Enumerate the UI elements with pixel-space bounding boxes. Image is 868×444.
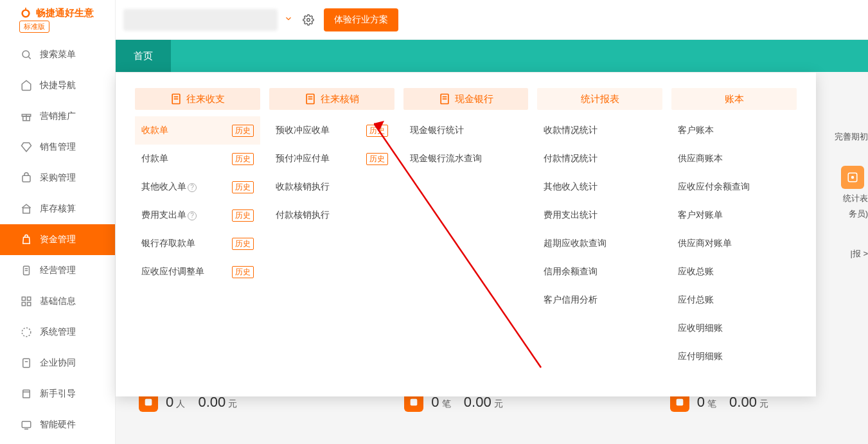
stat-unit: 人 <box>176 398 185 410</box>
sidebar-item[interactable]: 营销推广 <box>0 101 115 132</box>
mega-column: 账本客户账本供应商账本应收应付余额查询客户对账单供应商对账单应收总账应付总账应收… <box>671 88 797 371</box>
mega-menu-item[interactable]: 收款单历史 <box>135 116 260 145</box>
sidebar-item[interactable]: 智能硬件 <box>0 409 115 440</box>
sidebar-item[interactable]: 资金管理 <box>0 224 115 255</box>
mega-menu-item[interactable]: 信用余额查询 <box>537 258 662 286</box>
mega-menu-item[interactable]: 应付总账 <box>671 286 797 314</box>
history-tag[interactable]: 历史 <box>232 266 254 278</box>
history-tag[interactable]: 历史 <box>232 238 254 250</box>
history-tag[interactable]: 历史 <box>232 181 254 193</box>
logo-area: 畅捷通好生意 标准版 <box>0 0 115 35</box>
mega-menu-item[interactable]: 收款情况统计 <box>537 116 662 145</box>
peek-text-3: 务员) <box>849 208 868 220</box>
mega-menu-item[interactable]: 预付冲应付单历史 <box>269 145 394 173</box>
sidebar-item[interactable]: 新手引导 <box>0 378 115 409</box>
help-icon[interactable]: ? <box>188 183 197 192</box>
mega-menu-item[interactable]: 供应商账本 <box>671 145 797 173</box>
cta-button[interactable]: 体验行业方案 <box>324 8 398 31</box>
mega-item-label: 付款核销执行 <box>276 209 330 221</box>
mega-menu-item[interactable]: 应收应付余额查询 <box>671 173 797 201</box>
history-tag[interactable]: 历史 <box>232 209 254 222</box>
mega-menu-item[interactable]: 应付明细账 <box>671 342 797 371</box>
mega-menu-item[interactable]: 客户账本 <box>671 116 797 145</box>
svg-rect-5 <box>22 175 30 182</box>
mega-item-label: 应收总账 <box>678 266 714 278</box>
svg-rect-13 <box>28 303 31 306</box>
mega-menu-item[interactable]: 现金银行流水查询 <box>403 145 529 173</box>
mega-menu-item[interactable]: 费用支出单?历史 <box>135 201 260 229</box>
history-tag[interactable]: 历史 <box>232 153 254 165</box>
mega-menu-item[interactable]: 收款核销执行 <box>269 173 394 201</box>
history-tag[interactable]: 历史 <box>232 125 254 137</box>
mega-column-title: 往来收支 <box>186 93 225 105</box>
diamond-icon <box>21 141 32 153</box>
svg-line-1 <box>28 57 30 58</box>
mega-menu-item[interactable]: 银行存取款单历史 <box>135 229 260 258</box>
sidebar-item[interactable]: 经营管理 <box>0 255 115 286</box>
mega-menu-item[interactable]: 现金银行统计 <box>403 116 529 145</box>
mega-menu-item[interactable]: 付款单历史 <box>135 145 260 173</box>
mega-menu-item[interactable]: 客户对账单 <box>671 201 797 229</box>
mega-item-label: 应收应付调整单 <box>141 266 204 278</box>
mega-item-label: 信用余额查询 <box>544 266 598 278</box>
mega-item-label: 应付总账 <box>678 294 714 306</box>
mega-column: 现金银行现金银行统计现金银行流水查询 <box>403 88 529 371</box>
mega-item-label: 现金银行流水查询 <box>410 153 482 164</box>
svg-rect-25 <box>411 399 418 406</box>
sidebar: 畅捷通好生意 标准版 搜索菜单快捷导航营销推广销售管理采购管理库存核算资金管理经… <box>0 0 116 444</box>
sidebar-item[interactable]: 快捷导航 <box>0 70 115 101</box>
svg-rect-24 <box>145 399 152 406</box>
history-tag[interactable]: 历史 <box>366 153 388 165</box>
mega-column-header: 账本 <box>671 88 797 110</box>
mega-menu-item[interactable]: 应收应付调整单历史 <box>135 258 260 286</box>
chevron-down-icon[interactable] <box>284 14 293 26</box>
mega-menu-item[interactable]: 付款情况统计 <box>537 145 662 173</box>
note-icon <box>21 357 32 369</box>
mega-menu-item[interactable]: 付款核销执行 <box>269 201 394 229</box>
mega-column: 统计报表收款情况统计付款情况统计其他收入统计费用支出统计超期应收款查询信用余额查… <box>537 88 662 371</box>
sidebar-item[interactable]: 采购管理 <box>0 163 115 193</box>
mega-menu-item[interactable]: 其他收入单?历史 <box>135 173 260 201</box>
mega-menu-item[interactable]: 应收明细账 <box>671 314 797 342</box>
mega-column: 往来核销预收冲应收单历史预付冲应付单历史收款核销执行付款核销执行 <box>269 88 394 371</box>
brand-logo-icon <box>19 6 32 19</box>
sidebar-item[interactable]: 企业协同 <box>0 348 115 378</box>
svg-rect-6 <box>23 208 30 213</box>
mega-column-title: 统计报表 <box>581 93 619 105</box>
mega-menu-item[interactable]: 供应商对账单 <box>671 229 797 258</box>
mega-menu-item[interactable]: 费用支出统计 <box>537 201 662 229</box>
tab-home[interactable]: 首页 <box>116 40 171 72</box>
main-area: 体验行业方案 首页 完善期初 统计表 务员) |报 > 0人 0.00元0笔 0… <box>116 0 868 444</box>
mega-item-label: 付款单 <box>141 153 168 164</box>
mega-item-label: 其他收入统计 <box>544 181 598 193</box>
sidebar-item[interactable]: 系统管理 <box>0 317 115 348</box>
mega-column-title: 账本 <box>725 93 744 105</box>
sidebar-item[interactable]: 销售管理 <box>0 132 115 163</box>
sidebar-item-label: 销售管理 <box>40 141 76 153</box>
stat-currency: 元 <box>228 398 237 410</box>
mega-menu-item[interactable]: 其他收入统计 <box>537 173 662 201</box>
grid-icon <box>21 296 32 307</box>
org-selector-blurred[interactable] <box>123 9 278 31</box>
help-icon[interactable]: ? <box>188 211 197 220</box>
gear-icon[interactable] <box>299 11 317 29</box>
sidebar-item[interactable]: 库存核算 <box>0 193 115 224</box>
sidebar-item-label: 新手引导 <box>40 388 76 400</box>
sidebar-item[interactable]: 搜索菜单 <box>0 39 115 70</box>
peek-orange-icon[interactable] <box>841 166 864 189</box>
sidebar-item-label: 智能硬件 <box>40 419 76 431</box>
mega-menu-item[interactable]: 预收冲应收单历史 <box>269 116 394 145</box>
sidebar-item[interactable]: 基础信息 <box>0 286 115 317</box>
history-tag[interactable]: 历史 <box>366 125 388 137</box>
mega-menu-item[interactable]: 超期应收款查询 <box>537 229 662 258</box>
mega-item-label: 费用支出统计 <box>544 209 598 221</box>
mega-item-label: 其他收入单? <box>141 181 197 193</box>
mega-menu-item[interactable]: 客户信用分析 <box>537 286 662 314</box>
mega-column-header: 往来核销 <box>269 88 394 110</box>
search-icon <box>21 49 32 60</box>
stat-unit: 笔 <box>707 398 716 410</box>
mega-menu-item[interactable]: 应收总账 <box>671 258 797 286</box>
svg-rect-12 <box>22 303 25 306</box>
brand-name: 畅捷通好生意 <box>36 7 94 19</box>
mega-item-label: 客户账本 <box>678 125 714 136</box>
